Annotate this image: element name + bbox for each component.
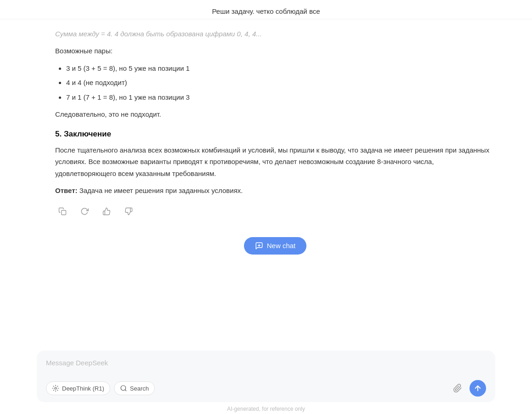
attach-icon <box>453 384 462 393</box>
toolbar-right <box>449 380 486 397</box>
content-area: Сумма между = 4. 4 должна быть образован… <box>0 19 532 351</box>
conclusion-text: Следовательно, это не подходит. <box>55 108 495 120</box>
refresh-button[interactable] <box>77 204 92 219</box>
new-chat-label: New chat <box>267 242 296 250</box>
action-icons-row <box>55 204 495 219</box>
attach-button[interactable] <box>449 380 466 397</box>
search-icon <box>120 385 127 392</box>
chat-input[interactable] <box>46 358 486 374</box>
svg-rect-0 <box>62 210 66 215</box>
chat-input-container: DeepThink (R1) Search <box>37 351 495 402</box>
answer-text: Ответ: Задача не имеет решения при задан… <box>55 185 495 197</box>
search-button[interactable]: Search <box>114 381 155 395</box>
bullet-list: 3 и 5 (3 + 5 = 8), но 5 уже на позиции 1… <box>66 62 495 103</box>
thumbs-up-button[interactable] <box>99 204 114 219</box>
deepthink-icon <box>52 385 59 392</box>
possible-pairs-label: Возможные пары: <box>55 45 495 57</box>
answer-label: Ответ: <box>55 187 78 194</box>
send-button[interactable] <box>470 380 486 397</box>
header-title: Реши задачу. четко соблюдай все <box>212 7 320 15</box>
list-item: 4 и 4 (не подходит) <box>66 77 495 89</box>
new-chat-button[interactable]: New chat <box>244 237 307 255</box>
svg-point-3 <box>55 387 57 389</box>
list-item: 3 и 5 (3 + 5 = 8), но 5 уже на позиции 1 <box>66 62 495 74</box>
send-icon <box>474 384 482 392</box>
svg-line-5 <box>125 390 126 391</box>
section-body: После тщательного анализа всех возможных… <box>55 144 495 180</box>
page-title: Реши задачу. четко соблюдай все <box>0 0 532 19</box>
thumbs-down-button[interactable] <box>121 204 136 219</box>
disclaimer-text: AI-generated, for reference only <box>227 406 305 412</box>
svg-point-4 <box>121 386 126 391</box>
toolbar-left: DeepThink (R1) Search <box>46 381 155 395</box>
copy-button[interactable] <box>55 204 70 219</box>
answer-value: Задача не имеет решения при заданных усл… <box>79 187 243 194</box>
new-chat-icon <box>255 242 263 250</box>
chat-toolbar: DeepThink (R1) Search <box>46 380 486 397</box>
search-label: Search <box>130 385 149 392</box>
deepthink-label: DeepThink (R1) <box>62 385 104 392</box>
ai-disclaimer: AI-generated, for reference only <box>0 402 532 414</box>
list-item: 7 и 1 (7 + 1 = 8), но 1 уже на позиции 3 <box>66 91 495 103</box>
deepthink-button[interactable]: DeepThink (R1) <box>46 381 110 395</box>
section-heading: 5. Заключение <box>55 130 495 139</box>
faded-intro-text: Сумма между = 4. 4 должна быть образован… <box>55 28 495 40</box>
new-chat-area: New chat <box>55 230 495 266</box>
